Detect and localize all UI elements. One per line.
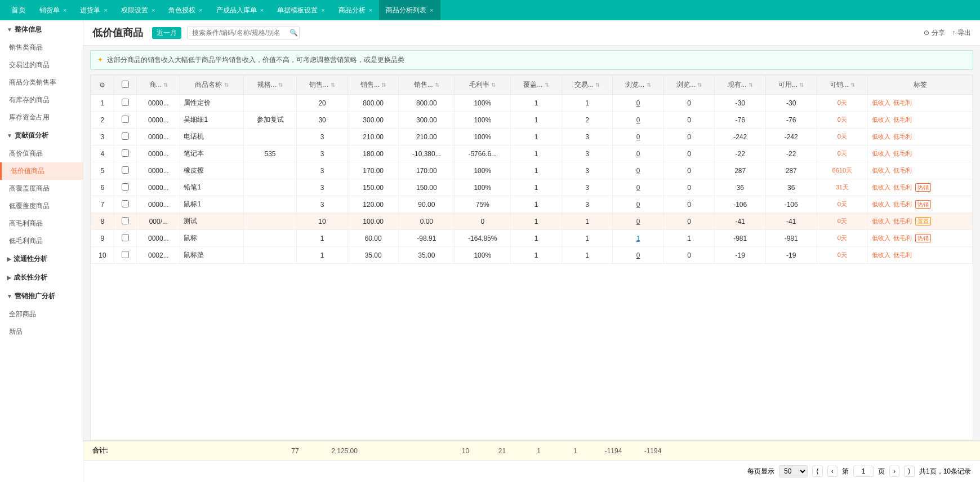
close-icon[interactable]: ×: [369, 7, 372, 14]
sidebar-group-marketing[interactable]: ▼ 营销推广分析: [0, 287, 83, 306]
sidebar-item-traded-goods[interactable]: 交易过的商品: [0, 56, 83, 74]
sidebar-item-category-rate[interactable]: 商品分类销售率: [0, 74, 83, 91]
row-checkbox[interactable]: [122, 132, 129, 140]
views-link[interactable]: 0: [636, 251, 640, 259]
col-sales-avg[interactable]: 销售... ⇅: [399, 76, 455, 95]
cell-checkbox[interactable]: [114, 179, 136, 196]
export-button[interactable]: ↑ 导出: [952, 28, 971, 38]
sidebar-item-high-coverage[interactable]: 高覆盖度商品: [0, 180, 83, 197]
col-spec[interactable]: 规格... ⇅: [243, 76, 297, 95]
row-checkbox[interactable]: [122, 99, 129, 106]
search-input[interactable]: [187, 26, 300, 39]
cell-checkbox[interactable]: [114, 145, 136, 162]
close-icon[interactable]: ×: [152, 7, 155, 14]
views-link[interactable]: 0: [636, 167, 640, 175]
next-page-button[interactable]: ›: [889, 466, 899, 477]
views-link[interactable]: 0: [636, 133, 640, 141]
page-number-input[interactable]: [853, 466, 874, 477]
sidebar-group-circulation[interactable]: ▶ 流通性分析: [0, 250, 83, 268]
col-settings[interactable]: ⚙: [91, 76, 114, 95]
prev-page-button[interactable]: ‹: [827, 466, 838, 477]
sidebar-item-all-goods[interactable]: 全部商品: [0, 306, 83, 323]
col-sales-amount[interactable]: 销售... ⇅: [348, 76, 399, 95]
col-name[interactable]: 商品名称 ⇅: [180, 76, 243, 95]
col-coverage[interactable]: 覆盖... ⇅: [511, 76, 562, 95]
close-icon[interactable]: ×: [63, 7, 66, 14]
sidebar-group-contribution[interactable]: ▼ 贡献值分析: [0, 126, 83, 145]
nav-sales[interactable]: 销货单 ×: [33, 0, 73, 20]
sidebar-item-low-coverage[interactable]: 低覆盖度商品: [0, 197, 83, 215]
close-icon[interactable]: ×: [430, 7, 433, 14]
col-checkbox[interactable]: [114, 76, 136, 95]
nav-permissions[interactable]: 权限设置 ×: [114, 0, 162, 20]
nav-purchase[interactable]: 进货单 ×: [73, 0, 114, 20]
col-saleable[interactable]: 可销... ⇅: [817, 76, 868, 95]
cell-checkbox[interactable]: [114, 129, 136, 145]
close-icon[interactable]: ×: [260, 7, 264, 14]
tag-special[interactable]: 置置: [915, 217, 931, 225]
col-views2[interactable]: 浏览... ⇅: [663, 76, 715, 95]
col-transactions[interactable]: 交易... ⇅: [562, 76, 613, 95]
close-icon[interactable]: ×: [199, 7, 202, 14]
tag-hot[interactable]: 热销: [915, 200, 931, 209]
cell-checkbox[interactable]: [114, 230, 136, 247]
sidebar-item-stock-goods[interactable]: 有库存的商品: [0, 91, 83, 109]
sidebar-item-high-margin[interactable]: 高毛利商品: [0, 215, 83, 232]
nav-production[interactable]: 产成品入库单 ×: [210, 0, 270, 20]
cell-current-stock: -76: [715, 112, 766, 129]
col-current-stock[interactable]: 现有... ⇅: [715, 76, 766, 95]
cell-checkbox[interactable]: [114, 95, 136, 112]
sidebar-item-sales-goods[interactable]: 销售类商品: [0, 39, 83, 56]
sidebar-item-stock-fund[interactable]: 库存资金占用: [0, 109, 83, 126]
close-icon[interactable]: ×: [321, 7, 324, 14]
col-code[interactable]: 商... ⇅: [137, 76, 180, 95]
col-sales-count[interactable]: 销售... ⇅: [297, 76, 348, 95]
search-icon[interactable]: 🔍: [289, 29, 298, 37]
sidebar-group-overall[interactable]: ▼ 整体信息: [0, 20, 83, 39]
row-checkbox[interactable]: [122, 116, 129, 123]
settings-icon[interactable]: ⚙: [99, 81, 105, 89]
first-page-button[interactable]: ⟨: [812, 466, 823, 477]
row-checkbox[interactable]: [122, 200, 129, 207]
sidebar-item-low-value[interactable]: 低价值商品: [0, 162, 83, 180]
row-checkbox[interactable]: [122, 149, 129, 157]
cell-margin-rate: 100%: [455, 95, 511, 112]
cell-checkbox[interactable]: [114, 162, 136, 179]
cell-checkbox[interactable]: [114, 247, 136, 264]
select-all-checkbox[interactable]: [122, 81, 129, 88]
row-checkbox[interactable]: [122, 217, 129, 224]
row-checkbox[interactable]: [122, 251, 129, 258]
views-link[interactable]: 0: [636, 116, 640, 124]
nav-analysis-list[interactable]: 商品分析列表 ×: [379, 0, 440, 20]
col-margin-rate[interactable]: 毛利率 ⇅: [455, 76, 511, 95]
nav-templates[interactable]: 单据模板设置 ×: [270, 0, 331, 20]
time-filter-button[interactable]: 近一月: [152, 27, 181, 39]
nav-analysis[interactable]: 商品分析 ×: [332, 0, 379, 20]
views-link[interactable]: 0: [636, 201, 640, 209]
page-size-select[interactable]: 50 100 200: [779, 465, 808, 477]
col-views1[interactable]: 浏览... ⇅: [613, 76, 664, 95]
row-checkbox[interactable]: [122, 166, 129, 174]
tag-hot[interactable]: 热销: [915, 234, 931, 242]
views-link[interactable]: 0: [636, 150, 640, 158]
cell-checkbox[interactable]: [114, 213, 136, 230]
cell-checkbox[interactable]: [114, 196, 136, 213]
views-link[interactable]: 0: [636, 99, 640, 107]
sidebar-group-growth[interactable]: ▶ 成长性分析: [0, 268, 83, 287]
cell-checkbox[interactable]: [114, 112, 136, 129]
tag-hot[interactable]: 热销: [915, 183, 931, 192]
row-checkbox[interactable]: [122, 183, 129, 191]
share-button[interactable]: ⊙ 分享: [924, 28, 945, 38]
sidebar-item-high-value[interactable]: 高价值商品: [0, 145, 83, 162]
nav-home[interactable]: 首页: [5, 0, 33, 20]
close-icon[interactable]: ×: [104, 7, 107, 14]
col-available[interactable]: 可用... ⇅: [765, 76, 817, 95]
row-checkbox[interactable]: [122, 234, 129, 241]
nav-roles[interactable]: 角色授权 ×: [162, 0, 209, 20]
views-link[interactable]: 0: [636, 218, 640, 225]
views-link[interactable]: 1: [636, 235, 640, 242]
sidebar-item-new-goods[interactable]: 新品: [0, 323, 83, 341]
sidebar-item-low-margin[interactable]: 低毛利商品: [0, 232, 83, 250]
last-page-button[interactable]: ⟩: [904, 466, 915, 477]
views-link[interactable]: 0: [636, 184, 640, 192]
